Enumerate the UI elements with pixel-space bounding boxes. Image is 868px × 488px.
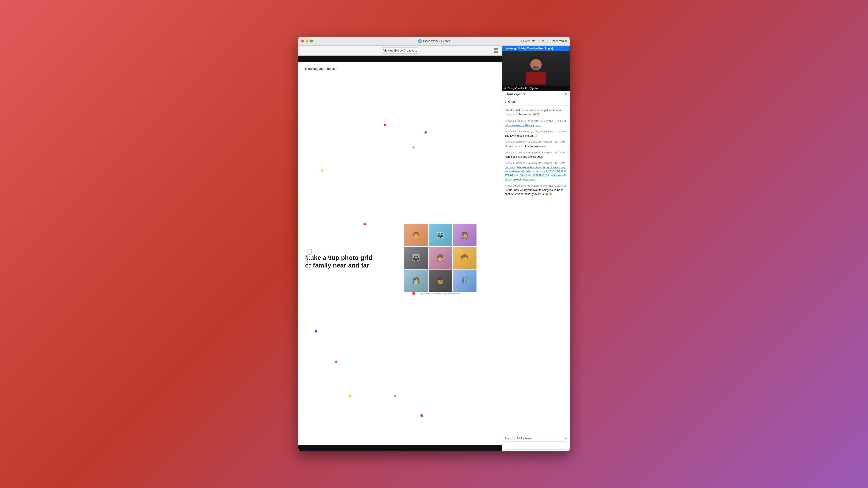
connected-label: Connected — [551, 39, 564, 43]
zoom-out-button[interactable]: − — [307, 260, 312, 264]
zoom-in-button[interactable]: + — [307, 254, 312, 259]
chat-time-5: 10:19 AM — [555, 162, 565, 164]
chat-message-4: from Matt Creative Pro (Apple) to Everyo… — [505, 151, 567, 159]
black-bar-bottom — [298, 445, 502, 451]
send-to-dropdown[interactable]: All Panelists ∨ — [517, 437, 567, 440]
slide-heading: Make a 9up photo grid of family near and… — [305, 254, 381, 269]
photo-cell-6: 🧒 — [453, 247, 476, 269]
zoom-controls: + − ⊞ — [307, 249, 312, 270]
chat-from-2: from Alain Creative Pro (Apple) to Every… — [505, 130, 554, 133]
window-title: Cisco Webex Events — [423, 39, 450, 43]
speaker-name: Bobby Creative Pro (Apple) — [518, 47, 553, 50]
participants-header[interactable]: › Participants × — [502, 91, 569, 98]
mic-status-icon: 🎙 — [541, 39, 545, 43]
chat-time-3: 10:11 AM — [555, 140, 565, 143]
chat-time-2: 10:11 AM — [555, 130, 566, 133]
photo-cell-7: 🧑 — [404, 269, 428, 292]
chat-msg-header-4: from Matt Creative Pro (Apple) to Everyo… — [505, 151, 567, 155]
chat-msg-header-2: from Alain Creative Pro (Apple) to Every… — [505, 130, 567, 133]
maximize-button[interactable] — [310, 39, 313, 42]
slide-section-title: Directing your subjects — [305, 67, 495, 70]
chat-time-6: 10:20 AM — [555, 184, 566, 187]
photo-cell-5: 👧 — [429, 247, 452, 269]
speaking-prefix: Speaking: — [504, 47, 517, 50]
right-panel: Speaking: Bobby Creative Pro (Apple) — [502, 46, 569, 451]
photo-cell-2: 👪 — [429, 224, 452, 246]
chat-title-area: ∨ Chat — [505, 100, 515, 103]
send-to-chevron-icon: ∨ — [565, 437, 567, 440]
titlebar-right: ℹ Event Info | 🎙 | Connected — [521, 39, 567, 43]
send-to-row: Send to: All Panelists ∨ — [505, 437, 567, 440]
chat-label: Chat — [508, 100, 515, 103]
divider2: | — [547, 39, 548, 43]
chat-link-1[interactable]: https://www.priscillagragg.com — [505, 124, 541, 127]
close-button[interactable] — [301, 39, 304, 42]
chat-msg-body-3: I love how much fun they're having! — [505, 144, 567, 149]
chat-intro: Use the chat to ask questions or get inf… — [505, 108, 567, 116]
slide-heading-line1: Make a 9up photo grid — [305, 254, 372, 261]
slide-right: 👨 👪 👩 👨‍👩‍👧 — [385, 73, 495, 445]
chat-footer: Send to: All Panelists ∨ — [502, 435, 569, 451]
black-bar-top — [298, 56, 502, 62]
event-info-label: Event Info — [523, 39, 535, 43]
photo-cell-3: 👩 — [453, 224, 476, 246]
titlebar: W Cisco Webex Events ℹ Event Info | 🎙 | … — [298, 37, 569, 46]
mask-icon — [532, 66, 539, 69]
window-title-area: W Cisco Webex Events — [418, 39, 450, 43]
chat-time-1: 10:06 AM — [555, 120, 566, 122]
chat-section-header[interactable]: ∨ Chat × — [502, 98, 569, 105]
speaker-figure — [526, 57, 546, 85]
photo-cell-4: 👨‍👩‍👧 — [404, 247, 428, 269]
top-bar: Viewing Bobby Creative... — [298, 46, 502, 56]
speaker-video: 🎙 Bobby Creative Pro (Apple) — [502, 51, 569, 91]
chat-msg-header-3: from Matt Creative Pro (Apple) to Everyo… — [505, 140, 567, 144]
main-content: Viewing Bobby Creative... Directing your… — [298, 46, 569, 451]
app-window: W Cisco Webex Events ℹ Event Info | 🎙 | … — [298, 37, 569, 451]
presentation-area: Directing your subjects + − ⊞ — [298, 56, 502, 451]
avatar-face — [530, 59, 541, 70]
viewing-button[interactable]: Viewing Bobby Creative... — [379, 47, 421, 54]
chat-msg-header-6: from Alain Creative Pro (Apple) to Every… — [505, 184, 567, 188]
chat-from-3: from Matt Creative Pro (Apple) to Everyo… — [505, 140, 553, 143]
slide-content: Directing your subjects + − ⊞ — [298, 62, 502, 445]
chat-msg-header-5: from Matt Creative Pro (Apple) to Everyo… — [505, 161, 567, 165]
slide-left: + − ⊞ Make a 9up photo grid of family ne… — [305, 73, 381, 445]
chat-msg-body-6: Let us know what your favorite emoji wou… — [505, 188, 567, 196]
minimize-button[interactable] — [306, 39, 309, 42]
chat-message-6: from Alain Creative Pro (Apple) to Every… — [505, 184, 567, 196]
video-background — [502, 51, 569, 91]
chat-time-4: 10:19 AM — [555, 151, 565, 154]
slide-caption: flags shown are recyclable and biodegrad… — [404, 293, 476, 295]
connected-dot-icon — [565, 40, 567, 42]
slide-main: + − ⊞ Make a 9up photo grid of family ne… — [305, 73, 495, 445]
chat-messages: Use the chat to ask questions or get inf… — [502, 105, 569, 435]
fit-button[interactable]: ⊞ — [307, 265, 312, 270]
grid-view-icon[interactable] — [494, 48, 498, 53]
chat-from-6: from Alain Creative Pro (Apple) to Every… — [505, 184, 554, 187]
chat-msg-body-1: https://www.priscillagragg.com — [505, 123, 567, 127]
chat-link-5[interactable]: https://digitalassets-taa.cdn-apple.com/… — [505, 166, 566, 181]
photo-cell-9: 👫 — [453, 269, 476, 292]
send-to-value: All Panelists — [517, 437, 531, 440]
chat-message-5: from Matt Creative Pro (Apple) to Everyo… — [505, 161, 567, 182]
left-panel: Viewing Bobby Creative... Directing your… — [298, 46, 502, 451]
chat-chevron-icon: ∨ — [505, 100, 506, 103]
chat-msg-header-1: from Alain Creative Pro (Apple) to Every… — [505, 119, 567, 123]
participants-title: › Participants — [505, 92, 525, 96]
participants-label: Participants — [507, 92, 525, 96]
chat-input[interactable] — [505, 442, 567, 450]
event-info-button[interactable]: ℹ Event Info — [521, 39, 535, 43]
chat-msg-body-2: The joy in these is great ✨ — [505, 134, 567, 138]
speaker-body — [526, 72, 546, 85]
cursor-icon — [507, 443, 507, 447]
chat-from-4: from Matt Creative Pro (Apple) to Everyo… — [505, 151, 553, 154]
slide-heading-line2: of family near and far — [305, 262, 369, 269]
page-icon — [307, 249, 312, 254]
participants-close-button[interactable]: × — [565, 92, 567, 96]
speaker-video-name: Bobby Creative Pro (Apple) — [507, 87, 538, 90]
photo-grid: 👨 👪 👩 👨‍👩‍👧 — [404, 224, 476, 292]
chat-close-button[interactable]: × — [565, 100, 567, 103]
info-icon: ℹ — [521, 39, 522, 43]
chat-from-1: from Alain Creative Pro (Apple) to Every… — [505, 120, 554, 122]
webex-logo-icon: W — [418, 39, 422, 43]
